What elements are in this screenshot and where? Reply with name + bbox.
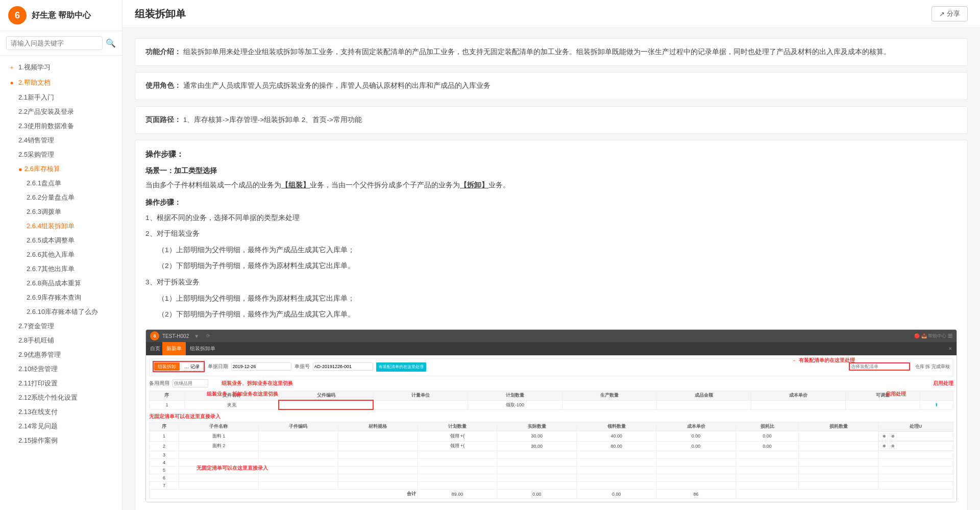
ss-th-extra	[920, 391, 953, 401]
sidebar-item-2-4[interactable]: 2.4销售管理	[0, 133, 122, 148]
sidebar-item-2-11[interactable]: 2.11打印设置	[0, 376, 122, 391]
share-icon: ↗	[939, 10, 945, 18]
sidebar-item-2-6-8[interactable]: 2.6.8商品成本重算	[0, 276, 122, 290]
ss-td-unit	[373, 400, 468, 409]
func-intro-text: 组装拆卸单用来处理企业组装或拆卸等加工业务，支持有固定装配清单的产品加工业务，也…	[183, 48, 891, 56]
logo-icon: 6	[8, 6, 27, 25]
ss-nav-active-label: 新新单	[166, 345, 182, 352]
ss-sub-td-seq1: 1	[150, 431, 179, 442]
ss-td-icon: ⬆	[920, 400, 953, 409]
sidebar-item-2-6-1[interactable]: 2.6.1盘点单	[0, 176, 122, 190]
ss-parent-row-1: 1 夹克 领取-100 ⬆	[150, 400, 953, 409]
ss-sub-row-5: 5	[150, 467, 953, 474]
ss-work-input[interactable]	[173, 379, 208, 387]
sidebar-item-2-docs[interactable]: ● 2.帮助文档	[0, 75, 122, 90]
ss-parent-table: 序 父件名称 父件编码 计量单位 计划数量 生产数量 成品金额 成本单价 可调量	[149, 391, 953, 410]
ss-th-name: 父件名称	[184, 391, 279, 401]
ss-total-3: 0.00	[577, 490, 656, 499]
sidebar-item-2-6-10[interactable]: 2.6.10库存账本错了么办	[0, 305, 122, 319]
ss-assembly-input[interactable]	[849, 362, 910, 371]
ss-td-amount	[657, 400, 751, 409]
share-button[interactable]: ↗ 分享	[932, 6, 968, 21]
ss-del-icon[interactable]: ⊗	[889, 433, 897, 440]
ss-icons-right: 🔴 📥 帮助中心 ☰	[914, 333, 952, 339]
sidebar-item-2-2[interactable]: 2.2产品安装及登录	[0, 105, 122, 119]
ss-dropdown-icon: ▼	[194, 333, 199, 339]
sidebar-item-2-6-4[interactable]: 2.6.4组装拆卸单	[0, 219, 122, 233]
sidebar-item-2-3[interactable]: 2.3使用前数据准备	[0, 119, 122, 133]
ss-sub-th-lossqty: 损耗数量	[799, 422, 878, 431]
ss-sub-th-cost: 成本单价	[656, 422, 736, 431]
sidebar-item-2-6-2[interactable]: 2.6.2分量盘点单	[0, 190, 122, 205]
sidebar-item-2-6[interactable]: ●2.6库存核算	[0, 162, 122, 176]
search-box: 🔍	[0, 31, 122, 56]
sidebar-item-2-13[interactable]: 2.13在线支付	[0, 405, 122, 419]
step3-text: 3、对于拆装业务	[145, 276, 957, 289]
ss-sub-th-loss: 损耗比	[736, 422, 799, 431]
content-area: 功能介绍： 组装拆卸单用来处理企业组装或拆卸等加工业务，支持有固定装配清单的产品…	[122, 28, 980, 510]
brand-name: 好生意 帮助中心	[32, 10, 91, 21]
ss-teal-button[interactable]: 有装配清单的在这里处理	[376, 362, 426, 372]
ss-th-code: 父件编码	[279, 391, 373, 401]
ss-sub-td-actual1: 30.00	[497, 431, 577, 442]
ss-td-adj	[846, 400, 920, 409]
main-header: 组装拆卸单 ↗ 分享	[122, 0, 980, 28]
ss-type-tabs-highlight: 组装拆卸 … 记录	[153, 361, 205, 372]
ss-th-plan: 计划数量	[468, 391, 562, 401]
ss-sub-th-actual: 实际数量	[497, 422, 577, 431]
ss-tab-assembly[interactable]: 组装拆卸	[154, 362, 180, 371]
sidebar-item-2-14[interactable]: 2.14常见问题	[0, 419, 122, 433]
sidebar-item-1-video[interactable]: ＋ 1.视频学习	[0, 60, 122, 75]
ss-sub-td-cost1: 0.00	[656, 431, 736, 442]
ss-td-seq: 1	[150, 400, 185, 409]
ss-nav-home[interactable]: 自页	[150, 345, 160, 352]
sidebar-item-2-6-5[interactable]: 2.6.5成本调整单	[0, 233, 122, 248]
sidebar-item-2-10[interactable]: 2.10经营管理	[0, 362, 122, 376]
sidebar-item-2-6-9[interactable]: 2.6.9库存账本查询	[0, 290, 122, 305]
ss-copy-icon-2[interactable]: ⊕	[880, 443, 888, 449]
sidebar-item-2-7[interactable]: 2.7资金管理	[0, 319, 122, 333]
ss-footer-row: 合计 89.00 0.00 0.00 86	[150, 490, 953, 499]
sidebar-header: 6 好生意 帮助中心	[0, 0, 122, 31]
search-input[interactable]	[6, 36, 103, 50]
sidebar-item-2-12[interactable]: 2.12系统个性化设置	[0, 391, 122, 405]
ss-code-input[interactable]	[313, 362, 373, 371]
sidebar-item-2-5[interactable]: 2.5采购管理	[0, 148, 122, 162]
ss-td-prod	[562, 400, 657, 409]
ss-sub-td-spec1	[338, 431, 418, 442]
sidebar-item-2-15[interactable]: 2.15操作案例	[0, 433, 122, 448]
ss-total-label: 合计	[150, 490, 418, 499]
sidebar-item-2-1[interactable]: 2.1新手入门	[0, 90, 122, 105]
ss-annotation-direct-entry: 无固定清单可以在这里直接录入	[149, 413, 220, 420]
ss-navbar: 自页 新新单 组装拆卸单 ✕	[146, 342, 957, 355]
search-button[interactable]: 🔍	[106, 38, 116, 48]
ss-copy-icon[interactable]: ⊕	[880, 433, 888, 440]
ss-close-icon[interactable]: ✕	[948, 346, 952, 351]
ss-work-label: 备用周用	[149, 380, 169, 387]
sidebar-item-2-9[interactable]: 2.9优惠券管理	[0, 348, 122, 362]
ss-main-content: 组装拆卸 … 记录 单据日期 单据号 有装配清单的在这里处理	[146, 355, 957, 502]
ss-th-cost: 成本单价	[751, 391, 846, 401]
main-content: 组装拆卸单 ↗ 分享 功能介绍： 组装拆卸单用来处理企业组装或拆卸等加工业务，支…	[122, 0, 980, 510]
ss-annotation-enable: 启用处理	[933, 380, 953, 387]
ss-sub-th-code: 子件编码	[258, 422, 338, 431]
page-title: 组装拆卸单	[135, 7, 186, 21]
sidebar-item-2-6-3[interactable]: 2.6.3调拨单	[0, 205, 122, 219]
ss-th-seq: 序	[150, 391, 185, 401]
ss-tab-other[interactable]: … 记录	[181, 362, 203, 371]
sidebar-item-2-6-7[interactable]: 2.6.7其他出库单	[0, 262, 122, 276]
ss-sub-row-4: 4	[150, 459, 953, 467]
ss-sub-row-2: 2 面料 2 领用 +( 30.00 80.00 0.00 0.00	[150, 441, 953, 451]
step3-sub1: （1）上部明细为父件明细，最终作为原材料生成其它出库单；	[145, 292, 957, 305]
ss-nav-active-item[interactable]: 新新单	[162, 342, 186, 355]
ss-date-input[interactable]	[231, 362, 291, 371]
sidebar-item-2-6-6[interactable]: 2.6.6其他入库单	[0, 248, 122, 262]
ss-th-amount: 成品金额	[657, 391, 751, 401]
ss-del-icon-2[interactable]: ⊗	[889, 443, 897, 449]
ss-nav-doc[interactable]: 组装拆卸单	[190, 345, 215, 352]
ss-form-header: 组装拆卸 … 记录 单据日期 单据号 有装配清单的在这里处理	[149, 358, 953, 376]
scene1-ops-title: 操作步骤：	[145, 198, 957, 207]
ss-sub-td-lossqty1	[799, 431, 878, 442]
sidebar-item-2-8[interactable]: 2.8手机旺铺	[0, 333, 122, 348]
step2-sub1: （1）上部明细为父件明细，最终作为产成品生成其它入库单；	[145, 244, 957, 257]
